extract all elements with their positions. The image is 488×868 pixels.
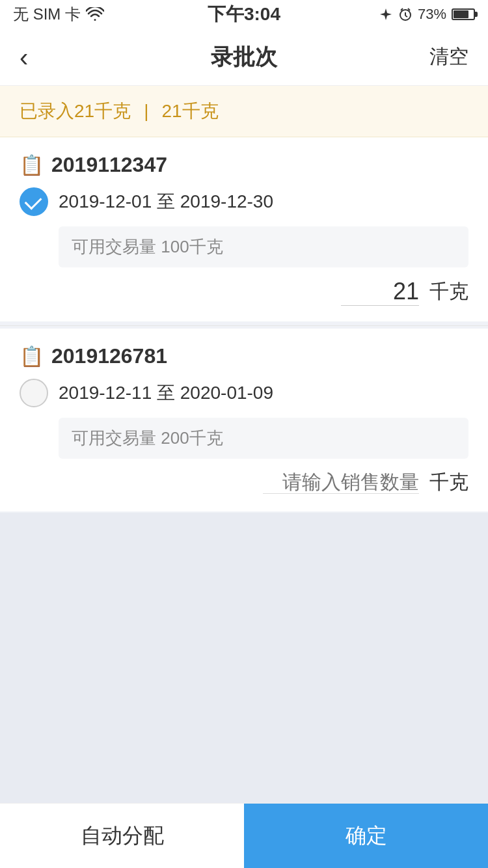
batch2-date-row[interactable]: 2019-12-11 至 2020-01-09 xyxy=(20,379,468,407)
battery-percent: 73% xyxy=(418,6,446,23)
status-bar-left: 无 SIM 卡 xyxy=(13,4,104,25)
carrier-text: 无 SIM 卡 xyxy=(13,4,81,25)
status-bar-right: 73% xyxy=(379,6,475,23)
bottom-bar: 自动分配 确定 xyxy=(0,803,488,868)
batch2-input-row: 千克 xyxy=(20,459,468,496)
info-divider: | xyxy=(144,101,148,122)
status-bar-time: 下午3:04 xyxy=(208,2,280,27)
batch2-avail: 可用交易量 200千克 xyxy=(59,418,468,459)
svg-line-2 xyxy=(405,16,407,17)
batch2-unit: 千克 xyxy=(429,469,468,496)
batch1-card: 📋 2019112347 2019-12-01 至 2019-12-30 可用交… xyxy=(0,137,488,321)
batch1-date-row[interactable]: 2019-12-01 至 2019-12-30 xyxy=(20,187,468,216)
page-title: 录批次 xyxy=(211,42,277,72)
batch2-quantity-input[interactable] xyxy=(263,471,419,494)
batch2-date: 2019-12-11 至 2020-01-09 xyxy=(59,381,273,405)
alarm-icon xyxy=(398,7,413,21)
recorded-amount: 已录入21千克 xyxy=(20,99,131,124)
batch2-id: 2019126781 xyxy=(51,344,167,368)
batch2-header: 📋 2019126781 xyxy=(20,344,468,368)
recorded-value: 21千克 xyxy=(161,99,218,124)
batch1-unit: 千克 xyxy=(429,278,468,305)
batch2-icon: 📋 xyxy=(20,345,44,368)
batch1-date: 2019-12-01 至 2019-12-30 xyxy=(59,189,273,214)
batch1-quantity-input[interactable] xyxy=(341,278,419,306)
info-banner: 已录入21千克 | 21千克 xyxy=(0,86,488,137)
batch1-header: 📋 2019112347 xyxy=(20,153,468,177)
batch2-card: 📋 2019126781 2019-12-11 至 2020-01-09 可用交… xyxy=(0,329,488,511)
battery-icon xyxy=(452,8,475,20)
content-area: 已录入21千克 | 21千克 📋 2019112347 2019-12-01 至… xyxy=(0,86,488,868)
confirm-button[interactable]: 确定 xyxy=(244,804,488,868)
batch1-radio[interactable] xyxy=(20,187,48,216)
clear-button[interactable]: 清空 xyxy=(429,44,468,70)
batch1-avail: 可用交易量 100千克 xyxy=(59,226,468,267)
batch1-icon: 📋 xyxy=(20,154,44,176)
status-bar: 无 SIM 卡 下午3:04 73% xyxy=(0,0,488,29)
empty-area xyxy=(0,513,488,803)
auto-distribute-button[interactable]: 自动分配 xyxy=(0,804,244,868)
section-divider xyxy=(0,325,488,326)
wifi-icon xyxy=(86,7,104,21)
location-icon xyxy=(379,7,393,21)
batch2-radio[interactable] xyxy=(20,379,48,407)
nav-bar: ‹ 录批次 清空 xyxy=(0,29,488,86)
batch1-quantity-row: 千克 xyxy=(20,267,468,306)
batch1-id: 2019112347 xyxy=(51,153,167,177)
back-button[interactable]: ‹ xyxy=(20,44,28,70)
